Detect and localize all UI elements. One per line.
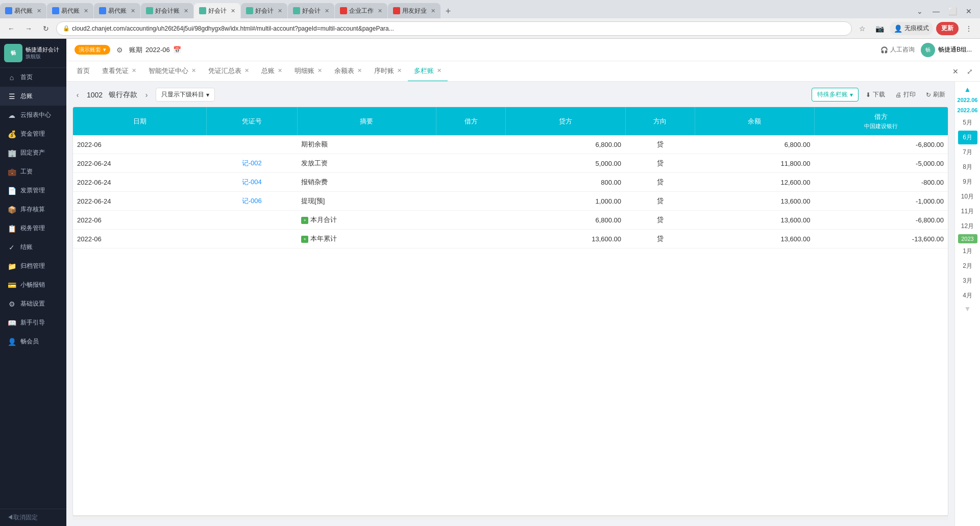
reload-button[interactable]: ↻ [39,21,53,36]
sidebar-item-salary[interactable]: 💼 工资 [0,162,66,181]
time-month-2023-4[interactable]: 4月 [958,289,977,303]
bookmark-button[interactable]: ☆ [855,21,869,36]
voucher-link[interactable]: 记-004 [242,178,262,186]
tab-general-ledger-close[interactable]: ✕ [278,67,282,74]
tab-close-6[interactable]: ✕ [278,8,282,14]
sidebar-item-member[interactable]: 👤 畅会员 [0,332,66,351]
tab-multi-column-close[interactable]: ✕ [437,67,442,74]
tab-close-9[interactable]: ✕ [431,8,435,14]
sidebar-item-home[interactable]: ⌂ 首页 [0,68,66,87]
back-button[interactable]: ← [4,21,18,36]
tab-home[interactable]: 首页 [70,61,96,82]
sidebar-item-invoice[interactable]: 📄 发票管理 [0,181,66,200]
time-month-5[interactable]: 5月 [958,116,977,130]
time-month-2023-3[interactable]: 3月 [958,274,977,288]
tab-close-8[interactable]: ✕ [378,8,382,14]
tab-close-4[interactable]: ✕ [184,8,188,14]
print-button[interactable]: 🖨 打印 [892,88,919,101]
sidebar-footer[interactable]: ◀取消固定 [0,509,66,526]
account-prev-button[interactable]: ‹ [72,90,83,100]
time-month-10[interactable]: 10月 [958,190,977,204]
consult-button[interactable]: 🎧 人工咨询 [880,45,915,54]
time-month-2023-1[interactable]: 1月 [958,244,977,258]
wuhen-mode-button[interactable]: 👤 无痕模式 [890,22,933,35]
browser-tab-6[interactable]: 好会计 ✕ [241,3,287,18]
tab-balance[interactable]: 余额表 ✕ [328,61,368,82]
time-month-11[interactable]: 11月 [958,205,977,218]
minimize-button[interactable]: — [929,4,943,18]
filter-label: 只显示下级科目 [161,90,204,99]
close-panel-button[interactable]: ✕ [949,65,962,78]
gear-icon[interactable]: ⚙ [116,46,123,54]
browser-tab-5[interactable]: 好会计 ✕ [194,3,240,18]
browser-tab-8[interactable]: 企业工作 ✕ [335,3,387,18]
sidebar-item-tax[interactable]: 📋 税务管理 [0,219,66,238]
settings-button[interactable]: ⋮ [962,21,976,36]
browser-tab-3[interactable]: 易代账 ✕ [94,3,140,18]
tab-view-voucher[interactable]: 查看凭证 ✕ [96,61,142,82]
maximize-button[interactable]: ⬜ [945,4,960,18]
voucher-link[interactable]: 记-002 [242,159,262,167]
sidebar-item-settings[interactable]: ⚙ 基础设置 [0,294,66,313]
time-month-12[interactable]: 12月 [958,219,977,233]
sidebar-item-ledger[interactable]: ☰ 总账 [0,87,66,106]
browser-tab-7[interactable]: 好会计 ✕ [288,3,334,18]
time-scroll-up[interactable]: ▲ [963,84,973,95]
close-window-button[interactable]: ✕ [962,4,976,18]
time-month-7[interactable]: 7月 [958,145,977,159]
sidebar-item-inventory[interactable]: 📦 库存核算 [0,200,66,219]
tab-close-2[interactable]: ✕ [84,8,88,14]
tab-list-button[interactable]: ⌄ [913,4,927,18]
sidebar-item-fixed-assets[interactable]: 🏢 固定资产 [0,143,66,162]
browser-tab-4[interactable]: 好会计账 ✕ [141,3,193,18]
tab-balance-close[interactable]: ✕ [357,67,362,74]
bottom-scrollbar[interactable] [72,516,948,520]
special-col-chevron-icon: ▾ [850,91,853,98]
url-input[interactable]: 🔒 cloud2.chanjet.com/accounting/uh26t264… [56,21,852,36]
browser-tab-1[interactable]: 易代账 ✕ [0,3,46,18]
sidebar-item-fund[interactable]: 💰 资金管理 [0,124,66,143]
tab-smart-voucher[interactable]: 智能凭证中心 ✕ [142,61,202,82]
tab-bar: 易代账 ✕ 易代账 ✕ 易代账 ✕ 好会计账 ✕ 好会计 ✕ 好会计 ✕ [0,0,980,18]
time-month-2023-2[interactable]: 2月 [958,259,977,273]
account-next-button[interactable]: › [141,90,152,100]
tab-detail-ledger[interactable]: 明细账 ✕ [288,61,328,82]
voucher-link[interactable]: 记-006 [242,197,262,205]
tab-general-ledger[interactable]: 总账 ✕ [255,61,288,82]
screenshot-button[interactable]: 📷 [872,21,887,36]
sidebar-item-cloud-report[interactable]: ☁ 云报表中心 [0,106,66,124]
time-month-8[interactable]: 8月 [958,160,977,174]
cell-date: 2022-06 [73,211,207,230]
new-tab-button[interactable]: + [441,4,455,18]
time-scroll-down[interactable]: ▼ [963,303,973,314]
tab-close-5[interactable]: ✕ [231,8,235,14]
sidebar-item-close[interactable]: ✓ 结账 [0,238,66,257]
sidebar-item-expense[interactable]: 💳 小畅报销 [0,275,66,294]
tab-detail-ledger-close[interactable]: ✕ [317,67,322,74]
sidebar-item-archive[interactable]: 📁 归档管理 [0,257,66,275]
tab-voucher-summary-close[interactable]: ✕ [244,67,249,74]
tab-voucher-summary[interactable]: 凭证汇总表 ✕ [202,61,255,82]
tab-smart-voucher-close[interactable]: ✕ [191,67,196,74]
tab-sequence[interactable]: 序时账 ✕ [368,61,408,82]
time-month-9[interactable]: 9月 [958,175,977,189]
update-button[interactable]: 更新 [936,22,959,35]
special-col-button[interactable]: 特殊多栏账 ▾ [812,88,859,102]
archive-icon: 📁 [7,262,16,270]
refresh-button[interactable]: ↻ 刷新 [923,88,948,101]
time-month-6[interactable]: 6月 [958,131,977,144]
filter-dropdown[interactable]: 只显示下级科目 ▾ [156,88,215,102]
browser-tab-9[interactable]: 用友好业 ✕ [388,3,440,18]
expand-panel-button[interactable]: ⤢ [964,65,976,78]
tab-close-7[interactable]: ✕ [325,8,329,14]
tab-close-1[interactable]: ✕ [37,8,41,14]
tab-multi-column[interactable]: 多栏账 ✕ [408,61,448,82]
tab-view-voucher-close[interactable]: ✕ [132,67,136,74]
sidebar-item-guide[interactable]: 📖 新手引导 [0,313,66,332]
tab-sequence-close[interactable]: ✕ [397,67,402,74]
forward-button[interactable]: → [21,21,36,36]
calendar-icon[interactable]: 📅 [173,46,181,54]
tab-close-3[interactable]: ✕ [131,8,135,14]
download-button[interactable]: ⬇ 下载 [863,88,888,101]
browser-tab-2[interactable]: 易代账 ✕ [47,3,93,18]
